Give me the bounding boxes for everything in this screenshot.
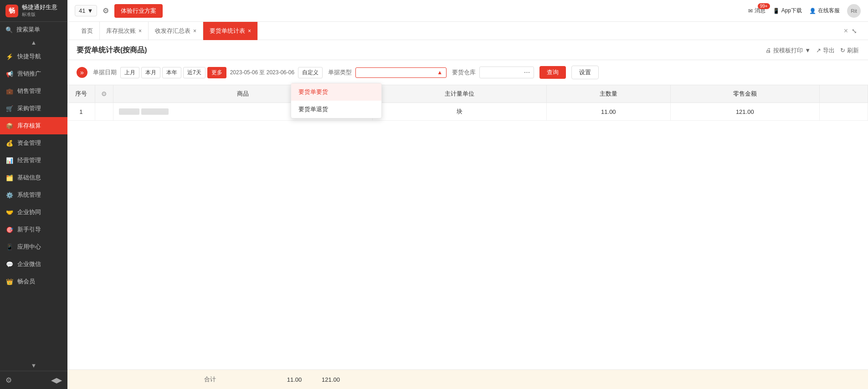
type-input[interactable]	[360, 69, 437, 76]
print-icon: 🖨	[765, 47, 771, 54]
sidebar-item-wechat[interactable]: 💬 企业微信	[0, 256, 67, 273]
sidebar-item-member[interactable]: 👑 畅会员	[0, 273, 67, 290]
cell-seq: 1	[67, 103, 95, 121]
guide-icon: 🎯	[5, 225, 14, 234]
col-header-qty: 主数量	[546, 85, 670, 103]
main-content: 41 ▼ ⚙ 体验行业方案 ✉ 消息 99+ 📱 App下载 👤 在线客服 Ri…	[67, 0, 868, 389]
sales-icon: 💼	[5, 87, 14, 95]
sidebar-item-operation[interactable]: 📊 经营管理	[0, 152, 67, 169]
sidebar-item-marketing[interactable]: 📢 营销推广	[0, 65, 67, 82]
inventory-icon: 📦	[5, 122, 14, 130]
refresh-icon: ↻	[840, 47, 845, 54]
refresh-button[interactable]: ↻ 刷新	[840, 46, 859, 55]
type-chevron-icon[interactable]: ▲	[437, 69, 442, 76]
filter-expand-button[interactable]: »	[77, 67, 87, 78]
type-dropdown: 要货单要货 要货单退货	[291, 83, 382, 118]
sidebar-item-purchase[interactable]: 🛒 采购管理	[0, 100, 67, 117]
sidebar-item-finance[interactable]: 💰 资金管理	[0, 134, 67, 152]
date-btn-month[interactable]: 本月	[141, 67, 160, 78]
date-btn-up[interactable]: 上月	[120, 67, 139, 78]
purchase-icon: 🛒	[5, 104, 14, 113]
tab-receivable[interactable]: 收发存汇总表 ×	[149, 22, 203, 40]
warehouse-dots-icon[interactable]: ···	[524, 68, 530, 77]
warehouse-label: 要货仓库	[452, 68, 476, 77]
cell-extra	[819, 103, 868, 121]
sidebar-item-system[interactable]: ⚙️ 系统管理	[0, 186, 67, 204]
sidebar-item-inventory[interactable]: 📦 库存核算	[0, 117, 67, 134]
tabbar: 首页 库存批次账 × 收发存汇总表 × 要货单统计表 × × ⤡	[67, 22, 868, 40]
topbar-left: 41 ▼ ⚙ 体验行业方案	[75, 4, 163, 18]
app-logo-icon: 畅	[5, 5, 18, 17]
date-range-display: 2023-05-06 至 2023-06-06	[230, 69, 294, 77]
tab-close-receivable[interactable]: ×	[193, 28, 196, 34]
table-header-row: 序号 ⚙ 商品 主计量单位 主数量 零售金额	[67, 85, 868, 103]
cell-unit: 块	[372, 103, 546, 121]
page-header: 要货单统计表(按商品) 🖨 按模板打印 ▼ ↗ 导出 ↻ 刷新	[67, 40, 868, 60]
export-icon: ↗	[816, 47, 821, 54]
close-all-icon[interactable]: ×	[844, 27, 848, 35]
data-table-container: 序号 ⚙ 商品 主计量单位 主数量 零售金额 1	[67, 85, 868, 369]
cell-action	[95, 103, 113, 121]
tab-close-order[interactable]: ×	[248, 28, 251, 34]
sidebar-item-sales[interactable]: 💼 销售管理	[0, 82, 67, 100]
col-header-seq: 序号	[67, 85, 95, 103]
sidebar-item-quick-nav[interactable]: ⚡ 快捷导航	[0, 48, 67, 65]
tab-order-summary[interactable]: 要货单统计表 ×	[203, 22, 258, 40]
sidebar-logo: 畅 畅捷通好生意 标准版	[0, 0, 67, 22]
company-select[interactable]: 41 ▼	[75, 5, 97, 16]
sidebar-item-guide[interactable]: 🎯 新手引导	[0, 221, 67, 238]
sidebar: 畅 畅捷通好生意 标准版 🔍 搜索菜单 ▲ ⚡ 快捷导航 📢 营销推广 💼 销售…	[0, 0, 67, 389]
sidebar-item-appstore[interactable]: 📱 应用中心	[0, 238, 67, 256]
topbar: 41 ▼ ⚙ 体验行业方案 ✉ 消息 99+ 📱 App下载 👤 在线客服 Ri…	[67, 0, 868, 22]
tab-batch-account[interactable]: 库存批次账 ×	[100, 22, 149, 40]
type-select[interactable]: ▲	[355, 67, 447, 78]
app-download-button[interactable]: 📱 App下载	[773, 7, 802, 15]
tab-close-batch[interactable]: ×	[139, 28, 142, 34]
trial-button[interactable]: 体验行业方案	[114, 4, 163, 18]
sidebar-scroll-up[interactable]: ▲	[0, 37, 67, 48]
sidebar-item-enterprise[interactable]: 🤝 企业协同	[0, 204, 67, 221]
page-title-row: 要货单统计表(按商品) 🖨 按模板打印 ▼ ↗ 导出 ↻ 刷新	[77, 46, 859, 55]
print-button[interactable]: 🖨 按模板打印 ▼	[765, 46, 811, 55]
dropdown-item-return[interactable]: 要货单退货	[291, 101, 381, 118]
marketing-icon: 📢	[5, 70, 14, 78]
chevron-down-icon: ▼	[87, 7, 93, 14]
messages-button[interactable]: ✉ 消息 99+	[748, 7, 765, 15]
collapse-icon[interactable]: ◀▶	[51, 376, 62, 384]
custom-date-button[interactable]: 自定义	[298, 67, 323, 78]
date-label: 单据日期	[93, 68, 117, 77]
cell-qty: 11.00	[546, 103, 670, 121]
date-btn-7days[interactable]: 近7天	[183, 67, 205, 78]
sidebar-search[interactable]: 🔍 搜索菜单	[0, 22, 67, 37]
finance-icon: 💰	[5, 139, 14, 147]
sidebar-nav: ⚡ 快捷导航 📢 营销推广 💼 销售管理 🛒 采购管理 📦 库存核算 💰 资金管…	[0, 48, 67, 360]
date-btn-more[interactable]: 更多	[207, 67, 226, 78]
date-btn-year[interactable]: 本年	[162, 67, 181, 78]
settings-button[interactable]: 设置	[571, 66, 599, 79]
query-button[interactable]: 查询	[539, 66, 566, 79]
content-area: 要货单统计表(按商品) 🖨 按模板打印 ▼ ↗ 导出 ↻ 刷新	[67, 40, 868, 389]
footer-qty: 11.00	[276, 376, 313, 383]
tab-home[interactable]: 首页	[75, 22, 100, 40]
col-header-extra	[819, 85, 868, 103]
export-button[interactable]: ↗ 导出	[816, 46, 835, 55]
sidebar-footer: ⚙ ◀▶	[0, 371, 67, 389]
tab-expand-icon[interactable]: ⤡	[852, 27, 857, 35]
footer-label: 合计	[204, 375, 216, 384]
topbar-gear-icon[interactable]: ⚙	[103, 6, 109, 15]
online-service-button[interactable]: 👤 在线客服	[809, 7, 840, 15]
app-logo-text: 畅捷通好生意 标准版	[22, 4, 57, 18]
filter-bar: » 单据日期 上月 本月 本年 近7天 更多 2023-05-06 至 2023…	[67, 60, 868, 85]
date-buttons: 上月 本月 本年 近7天 更多	[120, 67, 226, 78]
avatar[interactable]: Rit	[847, 4, 861, 18]
settings-icon[interactable]: ⚙	[5, 376, 12, 384]
message-icon: ✉	[748, 8, 753, 14]
col-header-gear[interactable]: ⚙	[95, 85, 113, 103]
table-settings-icon[interactable]: ⚙	[101, 90, 107, 97]
warehouse-select[interactable]: ···	[479, 67, 534, 78]
sidebar-scroll-down[interactable]: ▼	[0, 360, 67, 371]
search-icon: 🔍	[5, 26, 13, 33]
dropdown-item-purchase[interactable]: 要货单要货	[291, 83, 381, 101]
sidebar-item-basic[interactable]: 🗂️ 基础信息	[0, 169, 67, 186]
col-header-unit: 主计量单位	[372, 85, 546, 103]
